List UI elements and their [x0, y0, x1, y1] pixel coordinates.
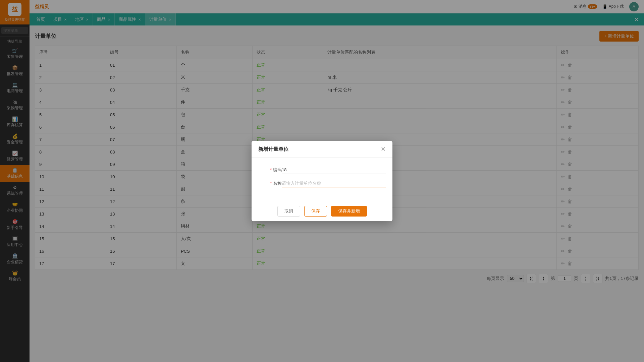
add-unit-modal: 新增计量单位 ✕ 编码 名称 取消 保存 保存并新增 — [252, 141, 392, 221]
name-input[interactable] — [282, 179, 386, 187]
name-label: 名称 — [258, 180, 282, 186]
modal-footer: 取消 保存 保存并新增 — [252, 201, 392, 221]
code-label: 编码 — [258, 167, 282, 173]
modal-body: 编码 名称 — [252, 158, 392, 201]
modal-header: 新增计量单位 ✕ — [252, 141, 392, 158]
content-area: 计量单位 + 新增计量单位 序号 编号 名称 状态 计量单位匹配的名称列表 操作… — [30, 25, 644, 362]
save-and-new-button[interactable]: 保存并新增 — [331, 206, 367, 217]
main-area: 益精灵 ✉ 消息 99+ 📱 App下载 A 首页 项目 ✕ 地区 — [30, 0, 644, 362]
code-field-row: 编码 — [258, 166, 386, 174]
name-field-row: 名称 — [258, 179, 386, 187]
modal-close-btn[interactable]: ✕ — [381, 145, 386, 153]
cancel-button[interactable]: 取消 — [277, 206, 300, 217]
code-input[interactable] — [282, 166, 386, 174]
modal-overlay: 新增计量单位 ✕ 编码 名称 取消 保存 保存并新增 — [30, 25, 644, 362]
save-button[interactable]: 保存 — [304, 206, 327, 217]
modal-title: 新增计量单位 — [258, 146, 288, 153]
